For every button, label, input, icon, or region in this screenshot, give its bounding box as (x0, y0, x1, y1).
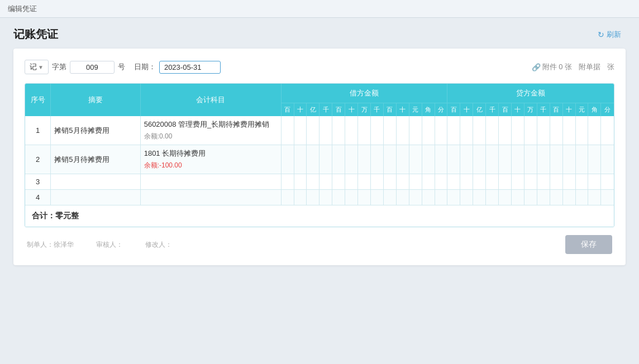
credit-cell-2-6[interactable] (524, 174, 537, 190)
debit-cell-2-4[interactable] (332, 174, 345, 190)
credit-cell-3-3[interactable] (486, 190, 499, 205)
credit-cell-3-6[interactable] (524, 190, 537, 205)
credit-cell-2-3[interactable] (486, 174, 499, 190)
debit-cell-2-9[interactable] (396, 174, 409, 190)
row-account-3[interactable] (140, 190, 281, 205)
date-input[interactable] (159, 61, 221, 74)
credit-cell-2-0[interactable] (447, 174, 460, 190)
debit-cell-1-5[interactable] (345, 145, 358, 174)
credit-cell-0-3[interactable] (486, 116, 499, 145)
credit-cell-3-7[interactable] (537, 190, 550, 205)
debit-cell-3-5[interactable] (345, 190, 358, 205)
row-account-2[interactable] (140, 174, 281, 190)
debit-cell-3-9[interactable] (396, 190, 409, 205)
debit-cell-3-12[interactable] (435, 190, 447, 205)
credit-cell-2-11[interactable] (588, 174, 601, 190)
debit-cell-1-3[interactable] (320, 145, 332, 174)
row-account-1[interactable]: 1801 长期待摊费用余额:-100.00 (140, 145, 281, 174)
debit-cell-1-0[interactable] (281, 145, 294, 174)
attach-single-label[interactable]: 附单据 (579, 62, 600, 72)
debit-cell-1-8[interactable] (383, 145, 396, 174)
refresh-button[interactable]: ↻ 刷新 (593, 27, 626, 42)
credit-cell-0-5[interactable] (511, 116, 524, 145)
credit-cell-2-10[interactable] (575, 174, 588, 190)
attach-link[interactable]: 🔗 附件 0 张 (532, 62, 572, 72)
row-account-0[interactable]: 56020008 管理费用_长期待摊费用摊销余额:0.00 (140, 116, 281, 145)
debit-cell-0-8[interactable] (383, 116, 396, 145)
credit-cell-3-2[interactable] (473, 190, 486, 205)
debit-cell-2-2[interactable] (307, 174, 320, 190)
debit-cell-2-5[interactable] (345, 174, 358, 190)
credit-cell-3-10[interactable] (575, 190, 588, 205)
debit-cell-0-10[interactable] (409, 116, 422, 145)
credit-cell-2-7[interactable] (537, 174, 550, 190)
credit-cell-3-8[interactable] (550, 190, 562, 205)
credit-cell-2-5[interactable] (511, 174, 524, 190)
credit-cell-0-8[interactable] (550, 116, 562, 145)
debit-cell-3-11[interactable] (422, 190, 435, 205)
credit-cell-2-1[interactable] (460, 174, 473, 190)
debit-cell-2-8[interactable] (383, 174, 396, 190)
credit-cell-0-6[interactable] (524, 116, 537, 145)
credit-cell-1-12[interactable] (601, 145, 614, 174)
credit-cell-2-4[interactable] (499, 174, 512, 190)
credit-cell-0-10[interactable] (575, 116, 588, 145)
debit-cell-2-7[interactable] (371, 174, 384, 190)
credit-cell-0-2[interactable] (473, 116, 486, 145)
debit-cell-1-4[interactable] (332, 145, 345, 174)
credit-cell-1-4[interactable] (499, 145, 512, 174)
credit-cell-2-12[interactable] (601, 174, 614, 190)
credit-cell-0-12[interactable] (601, 116, 614, 145)
debit-cell-1-2[interactable] (307, 145, 320, 174)
credit-cell-0-7[interactable] (537, 116, 550, 145)
debit-cell-0-11[interactable] (422, 116, 435, 145)
debit-cell-0-6[interactable] (358, 116, 371, 145)
debit-cell-1-1[interactable] (294, 145, 307, 174)
debit-cell-3-0[interactable] (281, 190, 294, 205)
credit-cell-1-5[interactable] (511, 145, 524, 174)
type-select[interactable]: 记 ▼ (25, 60, 49, 74)
debit-cell-0-5[interactable] (345, 116, 358, 145)
credit-cell-1-6[interactable] (524, 145, 537, 174)
credit-cell-2-9[interactable] (562, 174, 575, 190)
credit-cell-3-1[interactable] (460, 190, 473, 205)
debit-cell-1-11[interactable] (422, 145, 435, 174)
credit-cell-3-0[interactable] (447, 190, 460, 205)
credit-cell-1-1[interactable] (460, 145, 473, 174)
debit-cell-1-12[interactable] (435, 145, 447, 174)
debit-cell-3-6[interactable] (358, 190, 371, 205)
credit-cell-1-10[interactable] (575, 145, 588, 174)
credit-cell-3-11[interactable] (588, 190, 601, 205)
credit-cell-0-9[interactable] (562, 116, 575, 145)
credit-cell-0-11[interactable] (588, 116, 601, 145)
credit-cell-1-3[interactable] (486, 145, 499, 174)
credit-cell-0-1[interactable] (460, 116, 473, 145)
debit-cell-1-7[interactable] (371, 145, 384, 174)
debit-cell-3-7[interactable] (371, 190, 384, 205)
credit-cell-1-9[interactable] (562, 145, 575, 174)
debit-cell-3-10[interactable] (409, 190, 422, 205)
voucher-number-input[interactable] (70, 61, 115, 74)
debit-cell-1-9[interactable] (396, 145, 409, 174)
row-summary-1[interactable]: 摊销5月待摊费用 (51, 145, 140, 174)
credit-cell-0-4[interactable] (499, 116, 512, 145)
debit-cell-2-10[interactable] (409, 174, 422, 190)
debit-cell-2-12[interactable] (435, 174, 447, 190)
credit-cell-3-4[interactable] (499, 190, 512, 205)
debit-cell-2-11[interactable] (422, 174, 435, 190)
credit-cell-2-8[interactable] (550, 174, 562, 190)
credit-cell-1-2[interactable] (473, 145, 486, 174)
credit-cell-3-5[interactable] (511, 190, 524, 205)
debit-cell-0-7[interactable] (371, 116, 384, 145)
credit-cell-2-2[interactable] (473, 174, 486, 190)
credit-cell-1-0[interactable] (447, 145, 460, 174)
debit-cell-2-6[interactable] (358, 174, 371, 190)
credit-cell-3-9[interactable] (562, 190, 575, 205)
debit-cell-0-9[interactable] (396, 116, 409, 145)
row-summary-3[interactable] (51, 190, 140, 205)
credit-cell-1-7[interactable] (537, 145, 550, 174)
debit-cell-3-3[interactable] (320, 190, 332, 205)
credit-cell-0-0[interactable] (447, 116, 460, 145)
debit-cell-0-0[interactable] (281, 116, 294, 145)
debit-cell-0-1[interactable] (294, 116, 307, 145)
